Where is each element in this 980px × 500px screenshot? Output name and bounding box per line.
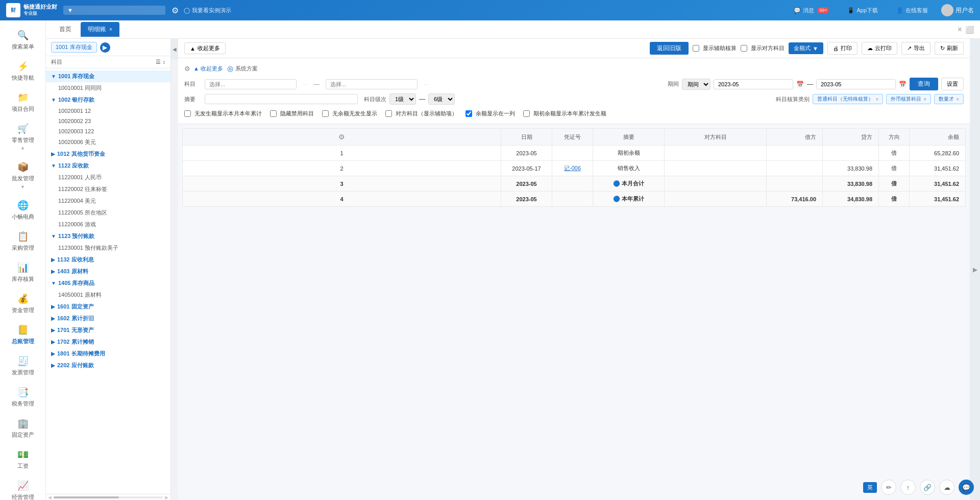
tree-item-10010001[interactable]: 10010001 同同同 (46, 82, 170, 94)
cb-hide-disabled-input[interactable] (270, 110, 277, 117)
tree-item-2202[interactable]: ▶2202 应付账款 (46, 360, 170, 371)
br-edit-icon[interactable]: ✏ (881, 480, 896, 495)
cb-no-balance2-input[interactable] (322, 110, 329, 117)
table-row[interactable]: 2 2023-05-17 记-006 销售收入 33,830.98 借 31,4… (183, 161, 966, 176)
show-counterpart-checkbox[interactable]: 显示对方科目 (741, 44, 785, 52)
print-btn[interactable]: 🖨 打印 (827, 42, 857, 55)
br-cloud-icon[interactable]: ☁ (939, 480, 954, 495)
tree-item-11230001[interactable]: 11230001 预付账款美子 (46, 242, 170, 254)
table-row[interactable]: 1 2023-05 期初余额 借 65,282.60 (183, 146, 966, 161)
online-service-btn[interactable]: 👤 在线客服 (891, 7, 933, 14)
tree-item-11220005[interactable]: 11220005 所在地区 (46, 207, 170, 219)
tree-item-1405[interactable]: ▼1405 库存商品 (46, 277, 170, 289)
account-tag[interactable]: 1001 库存现金 (51, 42, 97, 53)
show-assist-checkbox[interactable]: 显示辅助核算 (693, 44, 737, 52)
message-btn[interactable]: 💬 消息 99+ (789, 7, 834, 14)
panel-maximize-btn[interactable]: ⬜ (965, 26, 974, 34)
export-btn[interactable]: ↗ 导出 (901, 42, 930, 55)
cb-year-balance[interactable]: 期初余额显示本年累计发生额 (523, 110, 606, 117)
sidebar-item-retail[interactable]: 🛒 零售管理 ▼ (0, 118, 45, 156)
sidebar-item-invoice[interactable]: 🧾 发票管理 (0, 350, 45, 382)
table-row[interactable]: 3 2023-05 🔵 本月合计 33,830.98 借 31,451.62 (183, 176, 966, 192)
user-avatar[interactable]: 用户名 (941, 4, 974, 16)
tree-item-1132[interactable]: ▶1132 应收利息 (46, 254, 170, 266)
tree-toggle-1001[interactable]: ▼ (51, 74, 56, 79)
tree-toggle-1132[interactable]: ▶ (51, 257, 55, 263)
cb-year-balance-input[interactable] (523, 110, 530, 117)
tree-menu-icon[interactable]: ☰ (156, 59, 161, 65)
show-counterpart-input[interactable] (741, 45, 747, 52)
filter-settings-icon[interactable]: ⚙ (184, 65, 190, 73)
cb-counterpart-input[interactable] (385, 110, 392, 117)
subject-input2[interactable] (326, 79, 418, 89)
tree-toggle-1002[interactable]: ▼ (51, 97, 56, 103)
tree-item-1002[interactable]: ▼1002 银行存款 (46, 94, 170, 106)
sidebar-item-inventory[interactable]: 📊 库存核算 (0, 257, 45, 288)
nav-forward-btn[interactable]: ▶ (100, 42, 110, 53)
sidebar-item-search[interactable]: 🔍 搜索菜单 (0, 25, 45, 56)
sidebar-item-project[interactable]: 📁 项目合同 (0, 87, 45, 118)
tree-item-1123[interactable]: ▼1123 预付账款 (46, 230, 170, 242)
period-cal-from-icon[interactable]: 📅 (796, 81, 804, 88)
tree-item-1601[interactable]: ▶1601 固定资产 (46, 301, 170, 313)
voucher-link[interactable]: 记-006 (564, 165, 581, 171)
tree-item-10020003[interactable]: 10020003 122 (46, 126, 170, 136)
sidebar-item-purchase[interactable]: 📋 采购管理 (0, 226, 45, 257)
demo-link[interactable]: ◯ 我要看实例演示 (179, 7, 236, 14)
tree-toggle-1122[interactable]: ▼ (51, 163, 56, 169)
cloud-print-btn[interactable]: ☁ 云打印 (862, 42, 897, 55)
filter-tag-qty-close[interactable]: × (956, 97, 959, 102)
app-download-btn[interactable]: 📱 App下载 (842, 7, 883, 14)
tree-item-14050001[interactable]: 14050001 原材料 (46, 289, 170, 301)
period-cal-to-icon[interactable]: 📅 (899, 81, 906, 88)
th-settings[interactable]: ⚙ (183, 129, 501, 146)
refresh-btn[interactable]: ↻ 刷新 (935, 42, 964, 55)
filter-tag-normal-close[interactable]: × (875, 97, 878, 102)
cb-counterpart[interactable]: 对方科目（显示辅助项） (385, 110, 457, 117)
tree-toggle-1405[interactable]: ▼ (51, 280, 56, 286)
sidebar-item-operation[interactable]: 📈 经营管理 (0, 475, 45, 500)
tree-item-11220002[interactable]: 11220002 往来标签 (46, 183, 170, 195)
tree-toggle-1012[interactable]: ▶ (51, 151, 55, 157)
collapse-btn[interactable]: ▲ 收起更多 (193, 65, 223, 73)
return-old-btn[interactable]: 返回旧版 (650, 42, 689, 55)
cb-no-balance-input[interactable] (184, 110, 191, 117)
top-search-box[interactable]: ▼ (63, 6, 165, 15)
period-mode-select[interactable]: 期间 (682, 79, 710, 90)
tree-scroll-bar[interactable]: ◀ ▶ (46, 494, 170, 500)
sidebar-item-capital[interactable]: 💰 资金管理 (0, 288, 45, 319)
query-btn[interactable]: 查询 (910, 78, 938, 90)
level-from-select[interactable]: 1级2级3级 (389, 93, 416, 105)
tab-close-icon[interactable]: × (109, 27, 112, 32)
period-from-input[interactable] (714, 79, 793, 89)
sidebar-item-general[interactable]: 📒 总账管理 (0, 319, 45, 350)
tree-toggle-1801[interactable]: ▶ (51, 351, 55, 356)
tree-item-1602[interactable]: ▶1602 累计折旧 (46, 313, 170, 324)
cb-hide-disabled[interactable]: 隐藏禁用科目 (270, 110, 314, 117)
tree-item-1702[interactable]: ▶1702 累计摊销 (46, 336, 170, 348)
tab-detail[interactable]: 明细账 × (81, 22, 119, 37)
sidebar-item-fixed-assets[interactable]: 🏢 固定资产 (0, 413, 45, 444)
sidebar-item-shortcut[interactable]: ⚡ 快捷导航 (0, 56, 45, 87)
level-to-select[interactable]: 6级1级2级 (428, 93, 455, 105)
tree-item-11220006[interactable]: 11220006 游戏 (46, 219, 170, 230)
tree-toggle-1701[interactable]: ▶ (51, 327, 55, 333)
tree-toggle-1601[interactable]: ▶ (51, 304, 55, 309)
br-chat-icon[interactable]: 💬 (959, 480, 974, 495)
tree-item-11220004[interactable]: 11220004 美元 (46, 195, 170, 207)
tree-item-10020002[interactable]: 10020002 23 (46, 116, 170, 126)
tree-item-1403[interactable]: ▶1403 原材料 (46, 266, 170, 277)
tree-collapse-icon[interactable]: ↕ (163, 59, 166, 65)
subject-input[interactable] (205, 79, 297, 89)
tree-item-10020006[interactable]: 10020006 美元 (46, 136, 170, 148)
cell-voucher-1[interactable]: 记-006 (552, 161, 593, 176)
tree-item-1012[interactable]: ▶1012 其他货币资金 (46, 148, 170, 160)
tree-item-11220001[interactable]: 11220001 人民币 (46, 172, 170, 183)
panel-close-btn[interactable]: × (958, 25, 962, 34)
br-link-icon[interactable]: 🔗 (920, 480, 935, 495)
tree-toggle-1702[interactable]: ▶ (51, 339, 55, 345)
panel-collapse-arrow[interactable]: ◀ (171, 39, 178, 59)
cb-no-balance[interactable]: 无发生额显示本月本年累计 (184, 110, 262, 117)
tab-home[interactable]: 首页 (52, 22, 79, 37)
table-row[interactable]: 4 2023-05 🔵 本年累计 73,416.00 34,830.98 借 3… (183, 192, 966, 207)
